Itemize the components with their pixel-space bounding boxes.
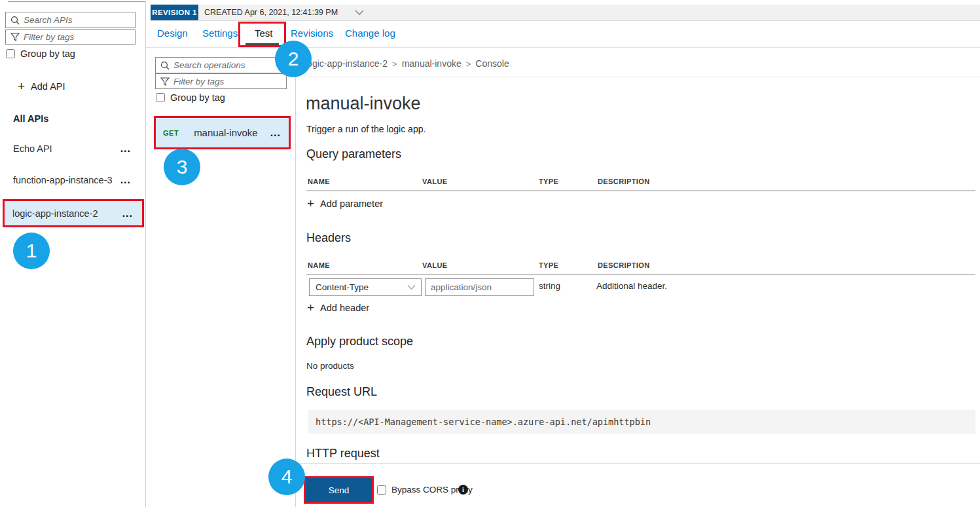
product-scope-heading: Apply product scope (306, 335, 413, 348)
column-header-description: DESCRIPTION (598, 261, 650, 269)
filter-apis-input[interactable] (20, 32, 135, 42)
filter-apis-field (5, 29, 136, 45)
chevron-down-icon[interactable] (355, 9, 364, 16)
add-parameter-label: Add parameter (320, 198, 383, 209)
revision-badge[interactable]: REVISION 1 (151, 5, 198, 20)
search-icon (160, 61, 170, 70)
add-api-button[interactable]: + Add API (18, 81, 65, 92)
group-by-tag-checkbox[interactable] (6, 49, 15, 58)
tab-change-log[interactable]: Change log (345, 28, 395, 39)
api-name: logic-app-instance-2 (12, 208, 98, 219)
plus-icon: + (307, 199, 314, 208)
plus-icon: + (307, 303, 314, 312)
callout-3: 3 (164, 149, 200, 185)
plus-icon: + (18, 82, 25, 91)
column-header-type: TYPE (539, 261, 558, 269)
column-header-value: VALUE (422, 261, 447, 269)
sidebar-item-logic-app-instance-2[interactable]: logic-app-instance-2 ... (5, 201, 142, 225)
sidebar-right-border (145, 1, 146, 507)
no-products-text: No products (306, 361, 354, 371)
callout-2: 2 (275, 41, 312, 77)
add-header-label: Add header (320, 303, 369, 313)
group-by-tag-label: Group by tag (20, 48, 75, 59)
column-header-name: NAME (308, 178, 330, 185)
column-header-value: VALUE (422, 178, 447, 185)
callout-4: 4 (268, 459, 305, 495)
tab-revisions[interactable]: Revisions (291, 28, 333, 39)
all-apis-heading: All APIs (13, 113, 48, 124)
sidebar-item-echo-api[interactable]: Echo API ... (13, 143, 131, 154)
step1-highlight-box: logic-app-instance-2 ... (3, 199, 144, 227)
column-header-name: NAME (308, 261, 330, 269)
search-icon (10, 16, 20, 25)
breadcrumb-divider (296, 77, 980, 77)
filter-icon (160, 77, 170, 86)
step2-highlight-box (238, 22, 286, 47)
bypass-cors-checkbox[interactable] (377, 485, 386, 495)
sidebar-top-border (8, 1, 145, 2)
filter-icon (10, 33, 20, 41)
search-apis-field (5, 12, 136, 28)
sidebar-item-function-app-instance-3[interactable]: function-app-instance-3 ... (13, 175, 131, 185)
header-name-value: Content-Type (316, 282, 369, 292)
operation-description: Trigger a run of the logic app. (306, 124, 426, 134)
column-header-description: DESCRIPTION (598, 178, 650, 185)
info-icon[interactable]: i (458, 485, 468, 495)
operation-item-manual-invoke[interactable]: GET manual-invoke ... (156, 118, 289, 147)
breadcrumb: logic-app-instance-2 > manual-invoke > C… (305, 58, 509, 69)
group-by-tag-operations-checkbox[interactable] (156, 93, 165, 102)
breadcrumb-item-operation[interactable]: manual-invoke (402, 58, 462, 69)
api-name: Echo API (13, 143, 52, 154)
add-header-button[interactable]: + Add header (307, 303, 369, 313)
tab-design[interactable]: Design (157, 28, 188, 39)
breadcrumb-separator: > (466, 59, 471, 69)
request-url-heading: Request URL (306, 385, 377, 399)
search-operations-field (155, 57, 287, 73)
table-divider (306, 274, 975, 275)
header-name-select[interactable]: Content-Type (309, 278, 422, 296)
step3-highlight-box: GET manual-invoke ... (154, 116, 291, 149)
header-value-input[interactable] (425, 278, 534, 296)
callout-1: 1 (13, 233, 50, 269)
group-by-tag-row-operations: Group by tag (156, 92, 225, 103)
more-options-icon[interactable]: ... (122, 211, 133, 216)
request-url-box: https://<API-Management-service-name>.az… (308, 410, 975, 434)
chevron-down-icon (407, 284, 416, 290)
add-api-label: Add API (31, 81, 65, 92)
api-name: function-app-instance-3 (13, 175, 113, 185)
page-title: manual-invoke (306, 94, 421, 114)
http-method-badge: GET (163, 129, 179, 137)
filter-operations-field (155, 73, 287, 89)
panel-divider (295, 47, 296, 507)
breadcrumb-item-console: Console (475, 58, 509, 69)
more-options-icon[interactable]: ... (120, 178, 131, 183)
group-by-tag-row: Group by tag (6, 48, 75, 59)
search-apis-input[interactable] (20, 15, 135, 25)
more-options-icon[interactable]: ... (120, 146, 131, 151)
http-request-divider (296, 463, 980, 464)
send-button[interactable]: Send (306, 478, 372, 502)
revision-created-text: CREATED Apr 6, 2021, 12:41:39 PM (204, 5, 338, 20)
filter-operations-input[interactable] (170, 77, 286, 86)
header-description-text: Additional header. (596, 281, 667, 291)
request-url-text: https://<API-Management-service-name>.az… (316, 417, 651, 427)
group-by-tag-label: Group by tag (170, 92, 225, 103)
headers-heading: Headers (306, 231, 351, 245)
header-type-text: string (539, 281, 560, 291)
column-header-type: TYPE (539, 178, 558, 185)
api-list-sidebar: Group by tag + Add API All APIs Echo API… (0, 0, 146, 507)
breadcrumb-item-api[interactable]: logic-app-instance-2 (305, 58, 388, 69)
search-operations-input[interactable] (170, 60, 286, 70)
revision-bar: REVISION 1 CREATED Apr 6, 2021, 12:41:39… (151, 5, 980, 21)
operation-name: manual-invoke (194, 127, 270, 138)
tab-settings[interactable]: Settings (202, 28, 238, 39)
tabs-divider (146, 47, 980, 48)
table-divider (306, 190, 975, 191)
http-request-heading: HTTP request (306, 447, 380, 460)
apim-test-page: Group by tag + Add API All APIs Echo API… (0, 0, 980, 507)
step4-highlight-box: Send (304, 476, 374, 504)
add-parameter-button[interactable]: + Add parameter (307, 198, 383, 209)
more-options-icon[interactable]: ... (270, 130, 281, 136)
query-parameters-heading: Query parameters (306, 147, 401, 161)
breadcrumb-separator: > (392, 59, 397, 69)
